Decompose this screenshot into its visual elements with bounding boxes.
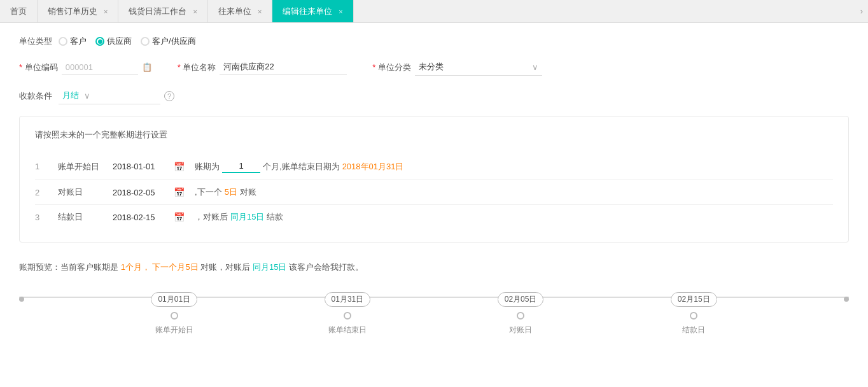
row-desc-suffix-2: 对账: [240, 186, 256, 198]
row-highlight1-2: 5日: [225, 186, 237, 198]
card-title: 请按照未来的一个完整帐期进行设置: [35, 129, 833, 141]
calendar-icon-3[interactable]: 📅: [174, 212, 185, 222]
radio-customer-label: 客户: [70, 36, 87, 47]
timeline-node-3: 02月05日 对账日: [498, 292, 544, 335]
timeline-start-dot: [19, 297, 24, 302]
payment-terms-select[interactable]: 月结 ∨: [59, 87, 160, 104]
timeline-label-1: 账单开始日: [155, 325, 193, 335]
timeline-end-dot: [844, 297, 849, 302]
timeline-node-2: 01月31日 账单结束日: [325, 292, 371, 335]
setting-row-3: 3 结款日 2018-02-15 📅 ，对账后 同月15日 结款: [35, 205, 833, 229]
tab-cash-work-label: 钱货日清工作台: [129, 6, 186, 17]
row-field-3: 结款日: [58, 211, 102, 223]
tab-home[interactable]: 首页: [0, 0, 38, 22]
code-name-category-row: 单位编码 📋 单位名称 单位分类 未分类 ∨: [19, 59, 849, 76]
row-desc-2: ,下一个 5日 对账: [195, 186, 256, 198]
radio-supplier[interactable]: 供应商: [95, 36, 132, 47]
tab-edit-partner-close[interactable]: ×: [339, 8, 342, 15]
tab-partners-close[interactable]: ×: [258, 8, 262, 15]
radio-customer[interactable]: 客户: [59, 36, 87, 47]
unit-category-value: 未分类: [419, 61, 444, 73]
radio-customer-circle: [59, 37, 67, 46]
timeline-dot-1: [171, 312, 178, 320]
timeline-dot-2: [344, 312, 351, 320]
timeline-label-3: 对账日: [509, 325, 532, 335]
setting-row-1: 1 账单开始日 2018-01-01 📅 账期为 个月,账单结束日期为 2018…: [35, 153, 833, 180]
tab-sales-history[interactable]: 销售订单历史 ×: [38, 0, 118, 22]
row-desc-suffix-1: 个月,账单结束日期为: [263, 161, 340, 172]
preview-part5: 该客户会给我打款。: [289, 262, 363, 272]
date-field-2: 2018-02-05 📅: [113, 187, 185, 197]
row-field-2: 对账日: [58, 186, 102, 198]
tab-edit-partner-label: 编辑往来单位: [283, 6, 332, 17]
date-field-3: 2018-02-15 📅: [113, 212, 185, 222]
timeline-badge-3: 02月05日: [498, 292, 544, 307]
main-content: 单位类型 客户 供应商 客户/供应商 单位编码 📋 单位名称: [0, 23, 868, 387]
timeline-badge-1: 01月01日: [151, 292, 197, 307]
row-desc-prefix-1: 账期为: [195, 161, 220, 172]
unit-code-group: 单位编码 📋: [19, 60, 152, 75]
timeline: 01月01日 账单开始日 01月31日 账单结束日 02月05日 对账日 02月…: [19, 286, 849, 348]
row-num-2: 2: [35, 188, 48, 197]
radio-both[interactable]: 客户/供应商: [141, 36, 196, 47]
calendar-icon-1[interactable]: 📅: [174, 162, 185, 172]
unit-code-copy-icon[interactable]: 📋: [142, 62, 152, 72]
unit-category-group: 单位分类 未分类 ∨: [372, 59, 542, 76]
date-value-2: 2018-02-05: [113, 188, 170, 197]
tab-scroll-arrow[interactable]: ›: [855, 0, 868, 22]
unit-name-input[interactable]: [220, 60, 347, 75]
row-desc-prefix-3: ，对账后: [195, 211, 228, 223]
preview-part2: 下一个月5日: [152, 262, 198, 272]
timeline-node-1: 01月01日 账单开始日: [151, 292, 197, 335]
payment-terms-dropdown-group: 月结 ∨ ?: [59, 87, 174, 104]
radio-supplier-label: 供应商: [107, 36, 132, 47]
tab-edit-partner[interactable]: 编辑往来单位 ×: [272, 0, 353, 22]
unit-category-label: 单位分类: [372, 62, 411, 73]
preview-section: 账期预览：当前客户账期是 1个月， 下一个月5日 对账，对账后 同月15日 该客…: [19, 255, 849, 286]
payment-terms-value: 月结: [62, 90, 79, 101]
date-value-3: 2018-02-15: [113, 213, 170, 222]
payment-terms-arrow-icon: ∨: [84, 91, 90, 101]
setting-row-2: 2 对账日 2018-02-05 📅 ,下一个 5日 对账: [35, 180, 833, 205]
payment-terms-label: 收款条件: [19, 90, 52, 102]
timeline-dot-4: [690, 312, 697, 320]
row-desc-1: 账期为 个月,账单结束日期为 2018年01月31日: [195, 160, 403, 173]
row-desc-suffix-3: 结款: [267, 211, 283, 223]
tab-sales-history-label: 销售订单历史: [48, 6, 97, 17]
timeline-nodes: 01月01日 账单开始日 01月31日 账单结束日 02月05日 对账日 02月…: [19, 292, 849, 335]
payment-terms-help-icon[interactable]: ?: [164, 91, 174, 101]
tab-sales-history-close[interactable]: ×: [104, 8, 108, 15]
tab-cash-work-close[interactable]: ×: [193, 8, 197, 15]
tab-partners[interactable]: 往来单位 ×: [208, 0, 272, 22]
unit-name-label: 单位名称: [178, 62, 216, 73]
unit-type-radio-group: 客户 供应商 客户/供应商: [59, 36, 196, 47]
row-highlight-3: 同月15日: [230, 211, 264, 223]
unit-category-arrow-icon: ∨: [532, 62, 538, 72]
row-highlight-1: 2018年01月31日: [342, 161, 404, 172]
radio-supplier-circle: [95, 37, 104, 46]
row-num-3: 3: [35, 213, 48, 222]
unit-code-input[interactable]: [62, 60, 138, 75]
calendar-icon-2[interactable]: 📅: [174, 187, 185, 197]
preview-part3: 对账，对账后: [200, 262, 250, 272]
tab-cash-work[interactable]: 钱货日清工作台 ×: [118, 0, 207, 22]
tab-partners-label: 往来单位: [218, 6, 251, 17]
timeline-label-4: 结款日: [682, 325, 705, 335]
tab-home-label: 首页: [10, 6, 27, 17]
timeline-node-4: 02月15日 结款日: [671, 292, 717, 335]
timeline-badge-4: 02月15日: [671, 292, 717, 307]
timeline-dot-3: [517, 312, 524, 320]
radio-both-circle: [141, 37, 150, 46]
row-num-1: 1: [35, 162, 48, 171]
timeline-label-2: 账单结束日: [328, 325, 367, 335]
row-desc-3: ，对账后 同月15日 结款: [195, 211, 283, 223]
unit-type-label: 单位类型: [19, 36, 52, 47]
radio-both-label: 客户/供应商: [152, 36, 196, 47]
period-input[interactable]: [222, 160, 260, 173]
tab-bar: 首页 销售订单历史 × 钱货日清工作台 × 往来单位 × 编辑往来单位 × ›: [0, 0, 868, 23]
unit-type-row: 单位类型 客户 供应商 客户/供应商: [19, 36, 849, 47]
payment-terms-row: 收款条件 月结 ∨ ?: [19, 87, 849, 104]
unit-category-select[interactable]: 未分类 ∨: [415, 59, 542, 76]
preview-label: 账期预览：当前客户账期是: [19, 262, 118, 272]
timeline-badge-2: 01月31日: [325, 292, 371, 307]
